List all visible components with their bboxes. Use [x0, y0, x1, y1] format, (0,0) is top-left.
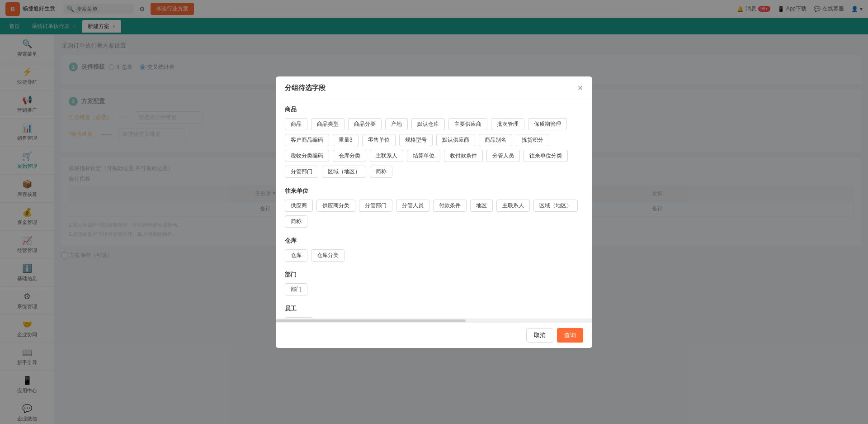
modal-header: 分组待选字段 ✕: [276, 76, 592, 98]
field-tag-main-contact[interactable]: 主联系人: [370, 150, 403, 162]
field-tag-dept-charge[interactable]: 分管部门: [359, 200, 392, 212]
field-tag-default-warehouse[interactable]: 默认仓库: [411, 118, 445, 130]
field-tag-supplier-cat[interactable]: 供应商分类: [316, 200, 355, 212]
goods-section-title: 商品: [285, 105, 583, 114]
field-tag-payment-term[interactable]: 收付款条件: [444, 150, 483, 162]
field-selection-modal: 分组待选字段 ✕ 商品 商品 商品类型 商品分类 产地 默认仓库 主要供应商 批…: [276, 76, 592, 348]
field-tag-main-supplier[interactable]: 主要供应商: [448, 118, 487, 130]
field-tag-warehouse[interactable]: 仓库: [285, 249, 307, 262]
modal-horizontal-scrollbar[interactable]: [276, 319, 592, 322]
modal-overlay: 分组待选字段 ✕ 商品 商品 商品类型 商品分类 产地 默认仓库 主要供应商 批…: [0, 0, 868, 424]
field-tag-settle-unit[interactable]: 结算单位: [407, 150, 440, 162]
modal-hscroll-thumb: [276, 319, 466, 322]
modal-title: 分组待选字段: [285, 84, 326, 92]
field-tag-goods-alias[interactable]: 商品别名: [479, 134, 512, 146]
field-tag-shelf-life[interactable]: 保质期管理: [528, 118, 567, 130]
counterpart-section-title: 往来单位: [285, 187, 583, 195]
field-tag-supervisor[interactable]: 分管人员: [486, 150, 520, 162]
field-tag-spec-model[interactable]: 规格型号: [399, 134, 433, 146]
field-tag-dept-in-charge[interactable]: 分管部门: [285, 166, 318, 178]
field-tag-goods-type[interactable]: 商品类型: [311, 118, 344, 130]
modal-footer: 取消 查询: [276, 322, 592, 348]
modal-body[interactable]: 商品 商品 商品类型 商品分类 产地 默认仓库 主要供应商 批次管理 保质期管理…: [276, 98, 592, 319]
field-tag-supplier[interactable]: 供应商: [285, 200, 313, 212]
field-tag-abbr-counterpart[interactable]: 简称: [285, 215, 307, 228]
field-tag-warehouse-category[interactable]: 仓库分类: [311, 249, 344, 262]
confirm-button[interactable]: 查询: [557, 328, 583, 343]
field-tag-origin[interactable]: 产地: [385, 118, 408, 130]
field-tag-default-supplier[interactable]: 默认供应商: [436, 134, 475, 146]
field-tag-goods-category[interactable]: 商品分类: [348, 118, 382, 130]
field-section-warehouse: 仓库 仓库 仓库分类: [285, 237, 583, 262]
goods-field-tags: 商品 商品类型 商品分类 产地 默认仓库 主要供应商 批次管理 保质期管理 客户…: [285, 118, 583, 178]
field-tag-person-charge[interactable]: 分管人员: [396, 200, 429, 212]
warehouse-field-tags: 仓库 仓库分类: [285, 249, 583, 262]
employee-section-title: 员工: [285, 305, 583, 313]
warehouse-section-title: 仓库: [285, 237, 583, 245]
field-tag-region-goods[interactable]: 区域（地区）: [322, 166, 366, 178]
counterpart-field-tags: 供应商 供应商分类 分管部门 分管人员 付款条件 地区 主联系人 区域（地区） …: [285, 200, 583, 228]
field-tag-pick-score[interactable]: 拣货积分: [516, 134, 549, 146]
field-tag-area-region[interactable]: 区域（地区）: [533, 200, 578, 212]
modal-close-button[interactable]: ✕: [577, 84, 583, 92]
cancel-button[interactable]: 取消: [526, 328, 553, 343]
field-tag-region[interactable]: 地区: [470, 200, 493, 212]
field-tag-warehouse-cat[interactable]: 仓库分类: [333, 150, 366, 162]
field-section-goods: 商品 商品 商品类型 商品分类 产地 默认仓库 主要供应商 批次管理 保质期管理…: [285, 105, 583, 178]
field-tag-contact[interactable]: 主联系人: [496, 200, 530, 212]
field-tag-tax-code[interactable]: 税收分类编码: [285, 150, 329, 162]
field-section-employee: 员工 业务员: [285, 305, 583, 319]
field-tag-counterpart-cat[interactable]: 往来单位分类: [524, 150, 568, 162]
field-tag-weight[interactable]: 重量3: [333, 134, 359, 146]
field-tag-dept[interactable]: 部门: [285, 283, 307, 295]
field-section-counterpart: 往来单位 供应商 供应商分类 分管部门 分管人员 付款条件 地区 主联系人 区域…: [285, 187, 583, 228]
field-tag-abbr-goods[interactable]: 简称: [370, 166, 392, 178]
department-field-tags: 部门: [285, 283, 583, 295]
field-tag-goods[interactable]: 商品: [285, 118, 307, 130]
field-tag-customer-code[interactable]: 客户商品编码: [285, 134, 329, 146]
field-tag-pay-term[interactable]: 付款条件: [433, 200, 467, 212]
field-tag-retail-unit[interactable]: 零售单位: [362, 134, 396, 146]
department-section-title: 部门: [285, 271, 583, 279]
field-section-department: 部门 部门: [285, 271, 583, 295]
field-tag-batch-mgmt[interactable]: 批次管理: [491, 118, 524, 130]
